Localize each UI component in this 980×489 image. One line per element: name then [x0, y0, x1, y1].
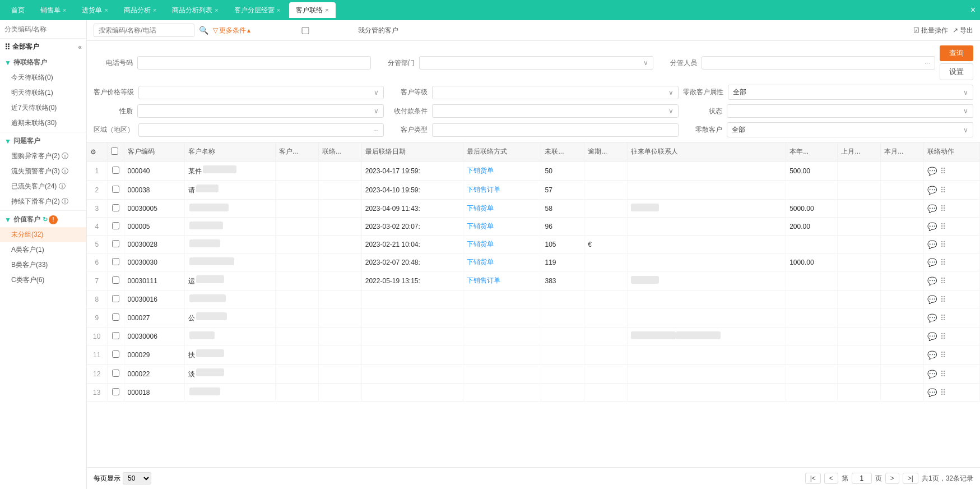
sidebar-group-problem[interactable]: ▼ 问题客户: [0, 133, 86, 149]
row-checkbox[interactable]: [112, 186, 119, 193]
action-more-icon[interactable]: ⠿: [940, 222, 946, 231]
nav-tab-customer-tier[interactable]: 客户分层经营 ×: [227, 2, 287, 18]
next-page-btn[interactable]: >: [885, 473, 899, 484]
sidebar-item-overdue[interactable]: 逾期未联络(30): [0, 116, 86, 131]
action-chat-icon[interactable]: 💬: [927, 276, 937, 285]
last-method-link[interactable]: 下销售订单: [467, 186, 500, 193]
action-chat-icon[interactable]: 💬: [927, 204, 937, 213]
action-chat-icon[interactable]: 💬: [927, 332, 937, 341]
nav-tab-home[interactable]: 首页: [4, 2, 31, 18]
prev-page-btn[interactable]: <: [824, 473, 838, 484]
nav-tab-customer-contact-close[interactable]: ×: [325, 7, 328, 13]
action-more-icon[interactable]: ⠿: [940, 240, 946, 249]
action-more-icon[interactable]: ⠿: [940, 388, 946, 397]
select-all-checkbox[interactable]: [111, 147, 118, 155]
action-more-icon[interactable]: ⠿: [940, 350, 946, 359]
row-checkbox[interactable]: [112, 313, 119, 321]
row-checkbox[interactable]: [112, 350, 119, 358]
action-chat-icon[interactable]: 💬: [927, 240, 937, 249]
last-method-link[interactable]: 下销售订单: [467, 276, 500, 284]
last-method-link[interactable]: 下销货单: [467, 222, 494, 230]
last-method-link[interactable]: 下销货单: [467, 167, 494, 174]
nav-tab-purchase[interactable]: 进货单 ×: [75, 2, 114, 18]
action-chat-icon[interactable]: 💬: [927, 388, 937, 397]
filter-search-icon[interactable]: 🔍: [199, 26, 208, 35]
last-page-btn[interactable]: >|: [903, 473, 918, 484]
nav-tab-customer-contact[interactable]: 客户联络 ×: [289, 2, 335, 18]
filter-input-payment[interactable]: ∨: [432, 104, 679, 118]
row-checkbox-cell[interactable]: [107, 365, 124, 384]
row-checkbox[interactable]: [112, 388, 119, 395]
sidebar-all-customers[interactable]: ⠿ 全部客户 «: [0, 39, 86, 55]
sidebar-collapse-btn[interactable]: «: [78, 43, 82, 51]
action-more-icon[interactable]: ⠿: [940, 276, 946, 285]
nav-tab-goods-analysis-close[interactable]: ×: [153, 7, 156, 13]
row-checkbox-cell[interactable]: [107, 384, 124, 402]
sidebar-item-tomorrow[interactable]: 明天待联络(1): [0, 85, 86, 100]
sidebar-item-stockup-abnormal[interactable]: 囤购异常客户(2) ⓘ: [0, 149, 86, 164]
action-chat-icon[interactable]: 💬: [927, 370, 937, 379]
last-method-link[interactable]: 下销货单: [467, 204, 494, 212]
action-chat-icon[interactable]: 💬: [927, 258, 937, 267]
sidebar-item-churned[interactable]: 已流失客户(24) ⓘ: [0, 179, 86, 194]
row-checkbox[interactable]: [112, 370, 119, 377]
row-checkbox-cell[interactable]: [107, 236, 124, 253]
nav-tab-purchase-close[interactable]: ×: [104, 7, 108, 13]
action-chat-icon[interactable]: 💬: [927, 313, 937, 322]
nav-tab-sales[interactable]: 销售单 ×: [34, 2, 73, 18]
action-more-icon[interactable]: ⠿: [940, 258, 946, 267]
action-chat-icon[interactable]: 💬: [927, 167, 937, 176]
action-chat-icon[interactable]: 💬: [927, 295, 937, 304]
filter-input-status[interactable]: ∨: [727, 104, 973, 118]
nav-tab-customer-tier-close[interactable]: ×: [277, 7, 280, 13]
action-more-icon[interactable]: ⠿: [940, 186, 946, 195]
action-more-icon[interactable]: ⠿: [940, 313, 946, 322]
filter-input-dept[interactable]: ∨: [419, 56, 653, 70]
sidebar-group-value-refresh[interactable]: ↻: [43, 216, 48, 223]
filter-input-sparse-attr[interactable]: 全部 ∨: [728, 85, 973, 100]
row-checkbox-cell[interactable]: [107, 271, 124, 290]
row-checkbox[interactable]: [112, 240, 119, 247]
action-chat-icon[interactable]: 💬: [927, 186, 937, 195]
filter-input-region[interactable]: ···: [138, 123, 384, 137]
batch-ops-btn[interactable]: ☑ 批量操作: [913, 26, 948, 35]
row-checkbox[interactable]: [112, 276, 119, 284]
row-checkbox-cell[interactable]: [107, 345, 124, 365]
sidebar-group-pending[interactable]: ▼ 待联络客户: [0, 55, 86, 70]
page-size-select[interactable]: 50 100 200: [123, 472, 151, 485]
last-method-link[interactable]: 下销货单: [467, 240, 494, 248]
filter-input-customer-type[interactable]: [432, 123, 679, 137]
filter-input-nature[interactable]: ∨: [137, 104, 384, 118]
row-checkbox[interactable]: [112, 258, 119, 265]
nav-tab-goods-analysis[interactable]: 商品分析 ×: [117, 2, 163, 18]
sidebar-item-today[interactable]: 今天待联络(0): [0, 70, 86, 85]
sidebar-item-7days[interactable]: 近7天待联络(0): [0, 100, 86, 116]
sidebar-item-declining[interactable]: 持续下滑客户(2) ⓘ: [0, 194, 86, 209]
row-checkbox-cell[interactable]: [107, 327, 124, 345]
action-chat-icon[interactable]: 💬: [927, 350, 937, 359]
th-settings[interactable]: ⚙: [87, 142, 107, 162]
action-more-icon[interactable]: ⠿: [940, 332, 946, 341]
more-conditions-btn[interactable]: ▽ 更多条件 ▴: [213, 26, 250, 35]
action-more-icon[interactable]: ⠿: [940, 295, 946, 304]
filter-input-manager[interactable]: ···: [702, 56, 935, 70]
my-customers-checkbox[interactable]: [255, 27, 356, 34]
row-checkbox-cell[interactable]: [107, 218, 124, 236]
nav-tab-sales-close[interactable]: ×: [63, 7, 66, 13]
reset-button[interactable]: 设置: [940, 63, 973, 80]
row-checkbox-cell[interactable]: [107, 181, 124, 200]
row-checkbox-cell[interactable]: [107, 308, 124, 327]
sidebar-group-value[interactable]: ▼ 价值客户 ↻ !: [0, 212, 86, 227]
action-more-icon[interactable]: ⠿: [940, 167, 946, 176]
sidebar-search-input[interactable]: [4, 25, 87, 33]
sidebar-item-c-class[interactable]: C类客户(6): [0, 273, 86, 288]
action-chat-icon[interactable]: 💬: [927, 222, 937, 231]
row-checkbox[interactable]: [112, 167, 119, 174]
filter-input-phone[interactable]: [137, 56, 371, 70]
sidebar-item-ungroup[interactable]: 未分组(32): [0, 227, 86, 242]
action-more-icon[interactable]: ⠿: [940, 370, 946, 379]
row-checkbox[interactable]: [112, 204, 119, 211]
export-btn[interactable]: ↗ 导出: [953, 26, 973, 35]
sidebar-item-a-class[interactable]: A类客户(1): [0, 242, 86, 257]
th-checkbox[interactable]: [107, 142, 124, 162]
